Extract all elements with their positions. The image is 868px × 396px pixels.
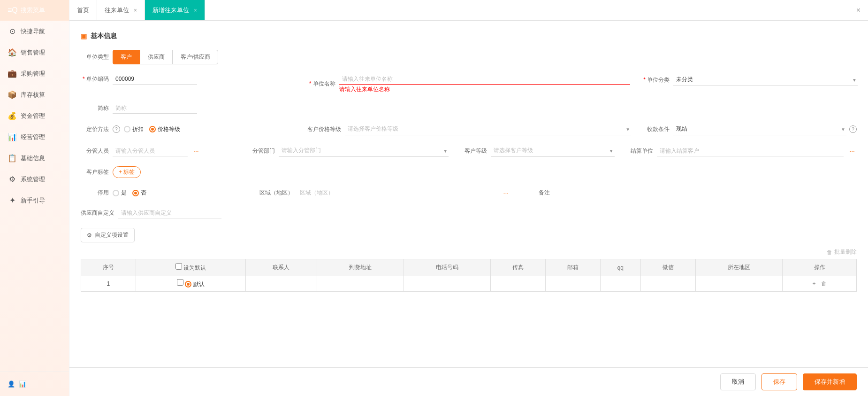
row-phone[interactable] (404, 276, 490, 292)
department-field: 分管部门 请输入分管部门 ▼ (247, 145, 448, 157)
pricing-method-help-icon[interactable]: ? (113, 125, 120, 133)
sidebar-item-purchase[interactable]: 💼 采购管理 (0, 63, 69, 84)
table-row: 1 默认 (81, 276, 857, 292)
sidebar-item-finance[interactable]: 💰 资金管理 (0, 105, 69, 126)
customer-level-field: 客户等级 请选择客户等级 ▼ (459, 145, 614, 157)
select-all-checkbox[interactable] (175, 263, 182, 270)
row-email[interactable] (545, 276, 600, 292)
tab-home[interactable]: 首页 (69, 0, 97, 20)
save-button[interactable]: 保存 (761, 373, 797, 390)
customer-level-placeholder: 请选择客户等级 (491, 145, 615, 157)
unit-code-field: 单位编码 (81, 74, 296, 85)
add-tag-button[interactable]: + 标签 (113, 166, 141, 178)
col-default: 设为默认 (136, 259, 246, 276)
supplier-custom-label: 供应商自定义 (81, 209, 114, 217)
pricing-level-radio-circle (149, 126, 156, 132)
tab-new-partner[interactable]: 新增往来单位 × (145, 0, 205, 20)
unit-category-field: 单位分类 未分类 ▼ (641, 74, 857, 86)
disabled-yes-circle (113, 190, 119, 196)
row-delete-btn[interactable]: 🗑 (821, 280, 827, 287)
unit-type-both-btn[interactable]: 客户/供应商 (173, 50, 218, 64)
sidebar-item-quick-nav[interactable]: ⊙ 快捷导航 (0, 21, 69, 42)
unit-type-customer-btn[interactable]: 客户 (113, 50, 140, 64)
row-address[interactable] (317, 276, 404, 292)
row-default-radio[interactable]: 默认 (185, 280, 205, 288)
global-close-button[interactable]: × (849, 6, 868, 15)
row-checkbox[interactable] (177, 279, 183, 286)
unit-name-label: 单位名称 (307, 80, 335, 88)
row-default: 默认 (136, 276, 246, 292)
unit-type-row: 单位类型 客户 供应商 客户/供应商 (81, 50, 857, 64)
sidebar-item-basic-info[interactable]: 📋 基础信息 (0, 148, 69, 169)
unit-code-input[interactable] (113, 74, 197, 85)
row-qq[interactable] (600, 276, 641, 292)
region-ellipsis-btn[interactable]: ··· (502, 189, 511, 197)
manager-input[interactable] (113, 146, 188, 156)
unit-category-value: 未分类 (673, 74, 858, 86)
sidebar-item-label: 库存核算 (21, 91, 45, 99)
save-and-new-button[interactable]: 保存并新增 (803, 373, 857, 390)
pricing-discount-radio[interactable]: 折扣 (124, 125, 144, 133)
payment-terms-wrapper[interactable]: 现结 ▼ (673, 123, 845, 135)
sidebar-item-label: 经营管理 (21, 133, 45, 141)
department-wrapper[interactable]: 请输入分管部门 ▼ (279, 145, 448, 157)
unit-type-supplier-btn[interactable]: 供应商 (140, 50, 173, 64)
unit-category-select-wrapper[interactable]: 未分类 ▼ (673, 74, 857, 86)
abbreviation-row: 简称 (81, 103, 857, 114)
pricing-method-radio-group: 折扣 价格等级 (124, 125, 180, 133)
col-email: 邮箱 (545, 259, 600, 276)
customer-level-wrapper[interactable]: 请选择客户等级 ▼ (491, 145, 614, 157)
row-location[interactable] (695, 276, 782, 292)
unit-type-label: 单位类型 (81, 53, 109, 61)
sidebar-item-label: 采购管理 (21, 70, 45, 78)
box-icon: 📦 (8, 90, 17, 99)
sidebar-item-search[interactable]: ≡Q 搜索菜单 (0, 0, 69, 21)
manager-ellipsis-btn[interactable]: ··· (191, 147, 201, 155)
remarks-field: 备注 (522, 187, 857, 198)
settlement-input[interactable] (657, 146, 844, 156)
row-contact[interactable] (246, 276, 317, 292)
customer-price-level-wrapper[interactable]: 请选择客户价格等级 ▼ (345, 123, 630, 135)
table-header: 序号 设为默认 联系人 到货地址 电话号码 传真 邮箱 qq 微信 所在地区 操… (81, 259, 857, 276)
chart-mini-icon: 📊 (19, 380, 26, 388)
disabled-radio-group: 是 否 (113, 189, 146, 197)
disabled-label: 停用 (81, 189, 109, 197)
tab-new-partner-close[interactable]: × (194, 7, 197, 14)
custom-settings-button[interactable]: ⚙ 自定义项设置 (81, 228, 135, 242)
unit-name-input[interactable] (339, 74, 630, 85)
row-fax[interactable] (490, 276, 545, 292)
settlement-ellipsis-btn[interactable]: ··· (847, 147, 857, 155)
sidebar-item-label: 快捷导航 (21, 27, 45, 36)
pricing-discount-label: 折扣 (132, 125, 144, 133)
disabled-no-label: 否 (141, 189, 146, 197)
batch-delete-label[interactable]: 批量删除 (834, 248, 857, 256)
sidebar-item-operations[interactable]: 📊 经营管理 (0, 126, 69, 148)
tab-partner-close[interactable]: × (134, 7, 137, 14)
remarks-input[interactable] (554, 187, 857, 198)
disabled-no-radio[interactable]: 否 (132, 189, 146, 197)
row-wechat[interactable] (641, 276, 696, 292)
user-area[interactable]: 👤 📊 (0, 376, 69, 392)
sidebar-item-system[interactable]: ⚙ 系统管理 (0, 169, 69, 190)
pricing-level-radio[interactable]: 价格等级 (149, 125, 180, 133)
row-add-btn[interactable]: + (812, 280, 815, 287)
sidebar-item-inventory[interactable]: 📦 库存核算 (0, 84, 69, 105)
code-name-category-row: 单位编码 单位名称 请输入往来单位名称 单位分类 未分类 ▼ (81, 74, 857, 93)
supplier-custom-input[interactable] (118, 208, 221, 218)
unit-type-group: 客户 供应商 客户/供应商 (113, 50, 218, 64)
col-contact: 联系人 (246, 259, 317, 276)
unit-category-label: 单位分类 (641, 76, 670, 84)
delete-icon: 🗑 (827, 249, 832, 256)
abbreviation-input[interactable] (113, 103, 197, 114)
disabled-region-row: 停用 是 否 区域（地区） ··· 备注 (81, 187, 857, 198)
tab-partner[interactable]: 往来单位 × (97, 0, 145, 20)
customer-level-label: 客户等级 (459, 147, 487, 155)
payment-terms-help-icon[interactable]: ? (849, 125, 857, 133)
sidebar-item-sales[interactable]: 🏠 销售管理 (0, 42, 69, 63)
region-input[interactable] (297, 187, 498, 198)
unit-name-error: 请输入往来单位名称 (339, 85, 630, 93)
sidebar-item-new-guide[interactable]: ✦ 新手引导 (0, 190, 69, 211)
unit-code-label: 单位编码 (81, 75, 109, 83)
cancel-button[interactable]: 取消 (720, 373, 756, 390)
disabled-yes-radio[interactable]: 是 (113, 189, 127, 197)
